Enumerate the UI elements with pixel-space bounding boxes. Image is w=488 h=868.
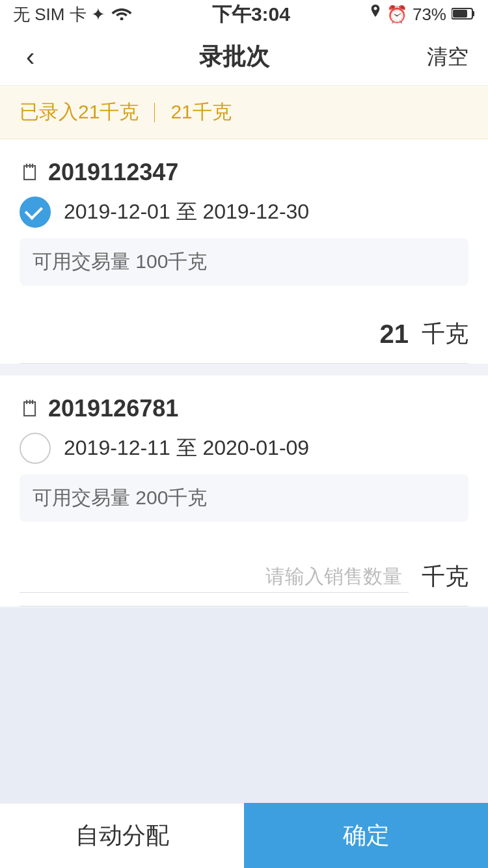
batch1-icon: 🗒 [20, 160, 42, 185]
clear-button[interactable]: 清空 [427, 43, 468, 72]
batch2-date: 2019-12-11 至 2020-01-09 [64, 434, 309, 463]
batch2-id: 2019126781 [48, 395, 178, 422]
batch2-input-underline: 请输入销售数量 [20, 562, 409, 593]
nav-bar: ‹ 录批次 清空 [0, 29, 488, 86]
wifi-icon [111, 5, 133, 25]
total-label: 21千克 [170, 99, 231, 126]
batch2-quantity-unit: 千克 [422, 561, 468, 593]
info-banner: 已录入21千克 21千克 [0, 86, 488, 139]
confirm-button[interactable]: 确定 [244, 803, 488, 868]
page-title: 录批次 [199, 41, 269, 73]
recorded-label: 已录入21千克 [20, 99, 139, 126]
auto-distribute-button[interactable]: 自动分配 [0, 803, 244, 868]
batch-item-2: 🗒 2019126781 2019-12-11 至 2020-01-09 可用交… [0, 375, 488, 606]
batch1-quantity-row: 21 千克 [0, 312, 488, 363]
back-button[interactable]: ‹ [20, 36, 41, 78]
battery-label: 73% [413, 5, 446, 25]
batch1-quantity-value: 21 [380, 319, 409, 349]
batch-item-1: 🗒 2019112347 2019-12-01 至 2019-12-30 可用交… [0, 139, 488, 364]
info-divider [154, 103, 155, 122]
batch2-radio[interactable] [20, 433, 51, 464]
status-right: ⏰ 73% [370, 5, 475, 25]
batch1-date: 2019-12-01 至 2019-12-30 [64, 198, 309, 226]
clock-icon: ⏰ [386, 5, 407, 25]
batch1-available: 可用交易量 100千克 [20, 238, 468, 286]
svg-rect-3 [453, 10, 467, 18]
batch2-header: 🗒 2019126781 [20, 395, 468, 422]
svg-point-0 [120, 17, 123, 20]
svg-rect-2 [472, 11, 474, 16]
batch2-icon: 🗒 [20, 396, 42, 422]
batch1-header: 🗒 2019112347 [20, 159, 468, 186]
batch2-input-row: 请输入销售数量 千克 [0, 548, 488, 606]
section-divider [0, 365, 488, 375]
batch2-date-row: 2019-12-11 至 2020-01-09 [20, 433, 468, 464]
sim-label: 无 SIM 卡 ✦ [13, 3, 105, 26]
location-icon [370, 5, 381, 25]
batch1-radio[interactable] [20, 197, 51, 228]
batch2-available: 可用交易量 200千克 [20, 474, 468, 522]
bottom-bar: 自动分配 确定 [0, 803, 488, 868]
batch1-date-row: 2019-12-01 至 2019-12-30 [20, 197, 468, 228]
batch1-quantity-unit: 千克 [422, 318, 468, 350]
status-bar: 无 SIM 卡 ✦ 下午3:04 ⏰ 73% [0, 0, 488, 29]
batch1-id: 2019112347 [48, 159, 178, 186]
status-time: 下午3:04 [212, 1, 290, 28]
battery-icon [452, 5, 475, 25]
batch2-input-placeholder: 请输入销售数量 [265, 563, 402, 590]
status-left: 无 SIM 卡 ✦ [13, 3, 133, 26]
batch2-separator [20, 606, 468, 606]
main-content: 🗒 2019112347 2019-12-01 至 2019-12-30 可用交… [0, 139, 488, 868]
batch1-separator [20, 363, 468, 364]
